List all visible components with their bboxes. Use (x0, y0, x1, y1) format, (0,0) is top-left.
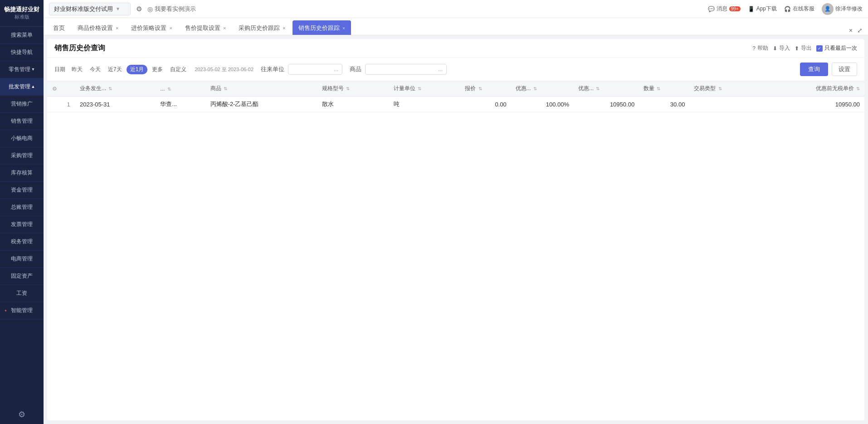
col-discount2[interactable]: 优惠... ⇅ (574, 81, 639, 96)
tab-purchase-strategy[interactable]: 进价策略设置 × (125, 20, 178, 35)
cell-pretax-price: 10950.00 (761, 96, 864, 112)
message-button[interactable]: 💬 消息 99+ (708, 5, 741, 13)
col-price[interactable]: 报价 ⇅ (460, 81, 511, 96)
date-option-yesterday[interactable]: 昨天 (69, 65, 85, 74)
sidebar-item-smart[interactable]: 智能管理 (0, 302, 44, 319)
sidebar-item-marketing[interactable]: 营销推广 (0, 96, 44, 113)
col-gear[interactable]: ⚙ (47, 81, 62, 96)
close-window-button[interactable]: × (846, 26, 855, 35)
user-menu[interactable]: 👤 徐泽华修改 (822, 3, 863, 15)
date-option-more[interactable]: 更多 (149, 65, 166, 74)
sidebar-item-wholesale[interactable]: 批发管理 ▲ (0, 78, 44, 96)
topbar-settings-icon[interactable]: ⚙ (136, 5, 142, 13)
chevron-down-icon: ▼ (31, 67, 35, 72)
tab-price-settings-label: 商品价格设置 (78, 24, 113, 32)
message-badge: 99+ (729, 6, 741, 11)
cell-num: 1 (62, 96, 75, 112)
tab-home[interactable]: 首页 (47, 20, 71, 35)
date-option-custom[interactable]: 自定义 (167, 65, 189, 74)
col-transaction-type[interactable]: 交易类型 ⇅ (689, 81, 761, 96)
tab-sales-history-label: 销售历史价跟踪 (298, 24, 340, 32)
product-input[interactable]: ... (365, 64, 447, 75)
sidebar-item-ecommerce[interactable]: 电商管理 (0, 251, 44, 268)
sidebar-item-ledger[interactable]: 总账管理 (0, 199, 44, 216)
sidebar-item-search[interactable]: 搜索菜单 (0, 27, 44, 44)
sidebar-item-ecommerce-small[interactable]: 小畅电商 (0, 130, 44, 147)
tab-price-settings-close[interactable]: × (116, 25, 118, 31)
sidebar-item-salary[interactable]: 工资 (0, 285, 44, 302)
col-discount1[interactable]: 优惠... ⇅ (511, 81, 574, 96)
export-icon: ⬆ (795, 45, 799, 52)
source-label: 往来单位 (261, 65, 284, 73)
sort-icon-discount1: ⇅ (533, 86, 537, 91)
cell-unit: 吨 (389, 96, 461, 112)
sidebar-item-retail[interactable]: 零售管理 ▼ (0, 61, 44, 78)
expand-window-button[interactable]: ⤢ (855, 26, 864, 35)
export-label: 导出 (801, 44, 812, 52)
message-icon: 💬 (708, 6, 715, 12)
app-download-icon: 📱 (748, 6, 755, 12)
tab-sale-extract-close[interactable]: × (223, 25, 226, 31)
date-option-last7[interactable]: 近7天 (105, 65, 125, 74)
sort-icon-transaction-type: ⇅ (718, 86, 722, 91)
import-button[interactable]: ⬇ 导入 (773, 44, 790, 52)
sidebar-item-inventory[interactable]: 库存核算 (0, 164, 44, 182)
col-unit[interactable]: 计量单位 ⇅ (389, 81, 461, 96)
col-product[interactable]: 商品 ⇅ (206, 81, 317, 96)
sort-icon-pretax-price: ⇅ (856, 86, 860, 91)
tab-purchase-strategy-label: 进价策略设置 (131, 24, 166, 32)
date-option-last1m[interactable]: 近1月 (127, 65, 148, 74)
sidebar-item-purchase[interactable]: 采购管理 (0, 147, 44, 164)
sidebar-settings-icon[interactable]: ⚙ (0, 405, 44, 424)
settings-button[interactable]: 设置 (832, 63, 857, 76)
col-pretax-price[interactable]: 优惠前无税单价 ⇅ (761, 81, 864, 96)
query-button[interactable]: 查询 (800, 63, 828, 76)
tab-sales-history[interactable]: 销售历史价跟踪 × (293, 20, 351, 35)
tab-price-settings[interactable]: 商品价格设置 × (72, 20, 124, 35)
checkbox-checked-icon (816, 45, 823, 52)
import-label: 导入 (779, 44, 790, 52)
sidebar-item-invoice[interactable]: 发票管理 (0, 216, 44, 233)
sidebar-item-quicknav[interactable]: 快捷导航 (0, 44, 44, 61)
source-input[interactable]: ... (288, 64, 342, 75)
module-selector[interactable]: 好业财标准版交付试用 ▼ (49, 3, 131, 15)
sidebar-item-tax[interactable]: 税务管理 (0, 233, 44, 251)
export-button[interactable]: ⬆ 导出 (795, 44, 812, 52)
sort-icon-price: ⇅ (478, 86, 482, 91)
col-spec[interactable]: 规格型号 ⇅ (317, 81, 389, 96)
sort-icon-business-date: ⇅ (108, 86, 112, 91)
tab-purchase-history-close[interactable]: × (283, 25, 285, 31)
col-business-date[interactable]: 业务发生... ⇅ (75, 81, 156, 96)
cell-discount1: 100.00% (511, 96, 574, 112)
filter-actions: 查询 设置 (800, 63, 857, 76)
sort-icon-more1: ⇅ (167, 87, 171, 92)
data-table-container: ⚙ 业务发生... ⇅ ... ⇅ 商品 ⇅ (47, 81, 864, 420)
date-label: 日期 (54, 66, 65, 73)
tab-purchase-history-label: 采购历史价跟踪 (239, 24, 280, 32)
tab-purchase-strategy-close[interactable]: × (169, 25, 172, 31)
page-header: 销售历史价查询 ? 帮助 ⬇ 导入 ⬆ 导出 只看最后一次 (47, 39, 864, 58)
col-more1[interactable]: ... ⇅ (156, 81, 205, 96)
help-button[interactable]: ? 帮助 (752, 44, 768, 52)
app-download-button[interactable]: 📱 App下载 (748, 5, 777, 13)
date-option-today[interactable]: 今天 (87, 65, 103, 74)
sidebar-item-finance[interactable]: 资金管理 (0, 182, 44, 199)
sidebar-item-sales[interactable]: 销售管理 (0, 113, 44, 130)
only-last-checkbox[interactable]: 只看最后一次 (816, 44, 857, 52)
tab-sale-extract[interactable]: 售价提取设置 × (179, 20, 232, 35)
headset-icon: 🎧 (784, 6, 791, 12)
sidebar-item-assets[interactable]: 固定资产 (0, 268, 44, 285)
message-label: 消息 (717, 5, 727, 13)
online-service-button[interactable]: 🎧 在线客服 (784, 5, 814, 13)
tab-sales-history-close[interactable]: × (342, 25, 345, 31)
tab-purchase-history[interactable]: 采购历史价跟踪 × (233, 20, 291, 35)
app-version: 标准版 (4, 14, 40, 20)
date-filter-group: 日期 昨天 今天 近7天 近1月 更多 自定义 2023-05-02 至 202… (54, 65, 254, 74)
window-controls: × ⤢ (846, 26, 864, 35)
content-area: 销售历史价查询 ? 帮助 ⬇ 导入 ⬆ 导出 只看最后一次 (47, 39, 864, 420)
help-icon: ? (752, 45, 756, 52)
demo-text: 我要看实例演示 (155, 5, 196, 13)
col-quantity[interactable]: 数量 ⇅ (639, 81, 689, 96)
cell-quantity: 30.00 (639, 96, 689, 112)
demo-link[interactable]: ◎ 我要看实例演示 (147, 5, 196, 13)
